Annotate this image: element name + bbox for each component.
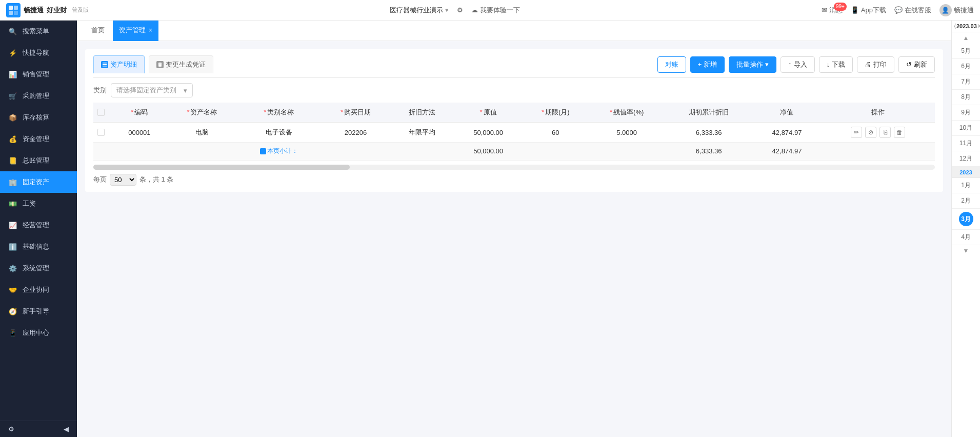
app-download-button[interactable]: 📱 App下载 <box>851 6 886 15</box>
category-filter-select[interactable]: 请选择固定资产类别 ▾ <box>111 83 193 97</box>
sidebar-item-funds[interactable]: 💰 资金管理 <box>0 128 77 150</box>
month-12[interactable]: 12月 <box>952 151 980 167</box>
user-avatar[interactable]: 👤 畅捷通 <box>939 4 974 16</box>
down-arrow-button[interactable]: ▼ <box>963 245 969 256</box>
sidebar-item-enterprise[interactable]: 🤝 企业协同 <box>0 279 77 301</box>
right-panel-close-icon[interactable]: ✕ <box>977 23 980 30</box>
cell-net-value: 42,874.97 <box>752 123 821 143</box>
sidebar-item-quicknav[interactable]: ⚡ 快捷导航 <box>0 42 77 64</box>
tab-close-icon[interactable]: × <box>149 27 152 34</box>
svg-rect-4 <box>103 63 107 64</box>
month-10[interactable]: 10月 <box>952 121 980 136</box>
sidebar-item-guide[interactable]: 🧭 新手引导 <box>0 301 77 322</box>
message-badge: 99+ <box>834 3 847 11</box>
import-button[interactable]: ↑ 导入 <box>781 56 815 73</box>
main-layout: 🔍 搜索菜单 ⚡ 快捷导航 📊 销售管理 🛒 采购管理 📦 库存核算 💰 <box>0 21 980 437</box>
sidebar-item-system[interactable]: ⚙️ 系统管理 <box>0 257 77 279</box>
new-label: + 新增 <box>698 60 717 69</box>
tab-home[interactable]: 首页 <box>85 21 111 41</box>
per-page-select[interactable]: 50 100 200 <box>110 174 136 186</box>
sidebar-item-search[interactable]: 🔍 搜索菜单 <box>0 21 77 42</box>
app-download-label: App下载 <box>861 6 886 15</box>
month-5[interactable]: 5月 <box>952 44 980 59</box>
sidebar-item-purchase[interactable]: 🛒 采购管理 <box>0 85 77 107</box>
new-button[interactable]: + 新增 <box>690 56 725 73</box>
tab-asset-management[interactable]: 资产管理 × <box>113 21 158 41</box>
month-6[interactable]: 6月 <box>952 59 980 74</box>
app-version: 普及版 <box>72 6 89 14</box>
scrap-button[interactable]: ⊘ <box>865 127 876 138</box>
cell-residual-rate: 5.0000 <box>589 123 665 143</box>
quicknav-icon: ⚡ <box>8 48 17 57</box>
subtotal-accumulated: 6,333.36 <box>665 143 753 161</box>
sidebar-item-basicinfo[interactable]: ℹ️ 基础信息 <box>0 236 77 257</box>
inventory-icon: 📦 <box>8 113 17 122</box>
sub-tab-asset-detail[interactable]: 资产明细 <box>93 55 145 73</box>
month-7[interactable]: 7月 <box>952 74 980 90</box>
svg-rect-1 <box>14 6 18 10</box>
select-arrow-icon: ▾ <box>184 87 187 94</box>
month-3-active[interactable]: 3月 <box>952 209 980 230</box>
col-accumulated: 期初累计折旧 <box>665 103 753 123</box>
col-depreciation-method: 折旧方法 <box>391 103 454 123</box>
month-2[interactable]: 2月 <box>952 193 980 209</box>
right-panel: ⟨ 2023.03 ✕ ▲ 5月 6月 7月 8月 9月 10月 11月 12月… <box>951 21 980 437</box>
collapse-sidebar-icon[interactable]: ◀ <box>64 425 69 433</box>
cell-actions: ✏ ⊘ ⎘ 🗑 <box>822 123 935 143</box>
svg-rect-6 <box>103 66 107 67</box>
online-service-button[interactable]: 💬 在线客服 <box>894 6 931 15</box>
sidebar-label-basicinfo: 基础信息 <box>23 242 49 251</box>
select-all-checkbox[interactable] <box>97 109 105 116</box>
sidebar-item-payroll[interactable]: 💵 工资 <box>0 193 77 214</box>
up-arrow-button[interactable]: ▲ <box>963 32 969 44</box>
company-selector[interactable]: 医疗器械行业演示 ▾ <box>390 6 449 15</box>
table-scrollbar[interactable] <box>93 165 935 170</box>
experience-button[interactable]: ☁ 我要体验一下 <box>471 6 520 15</box>
sidebar-label-fixed: 固定资产 <box>23 177 49 187</box>
copy-button[interactable]: ⎘ <box>879 127 891 138</box>
month-4[interactable]: 4月 <box>952 230 980 245</box>
topbar-right: ✉ 消息 99+ 📱 App下载 💬 在线客服 👤 畅捷通 <box>822 4 974 16</box>
sidebar-label-sales: 销售管理 <box>23 70 49 79</box>
subtotal-net-value: 42,874.97 <box>752 143 821 161</box>
message-button[interactable]: ✉ 消息 99+ <box>822 6 843 15</box>
sub-tab-change-voucher[interactable]: 变更生成凭证 <box>149 55 213 73</box>
col-purchase-date: *购买日期 <box>321 103 390 123</box>
sidebar-item-apps[interactable]: 📱 应用中心 <box>0 322 77 344</box>
sidebar-item-sales[interactable]: 📊 销售管理 <box>0 64 77 85</box>
service-icon: 💬 <box>894 6 903 14</box>
sidebar-item-operations[interactable]: 📈 经营管理 <box>0 214 77 236</box>
import-icon: ↑ <box>788 61 792 68</box>
calendar-months: ▲ 5月 6月 7月 8月 9月 10月 11月 12月 2023 1月 2月 … <box>952 32 980 437</box>
cell-name: 电脑 <box>167 123 237 143</box>
month-9[interactable]: 9月 <box>952 105 980 121</box>
sidebar-item-fixed[interactable]: 🏢 固定资产 <box>0 171 77 193</box>
refresh-button[interactable]: ↺ 刷新 <box>898 56 935 73</box>
month-1[interactable]: 1月 <box>952 178 980 193</box>
cell-purchase-date: 202206 <box>321 123 390 143</box>
print-button[interactable]: 🖨 打印 <box>857 56 894 73</box>
month-11[interactable]: 11月 <box>952 136 980 151</box>
svg-rect-9 <box>159 65 161 65</box>
settings-icon[interactable]: ⚙ <box>453 3 467 17</box>
row-checkbox[interactable] <box>97 129 105 136</box>
logo-icon <box>6 3 21 17</box>
batch-button[interactable]: 批量操作 ▾ <box>729 56 776 73</box>
edit-button[interactable]: ✏ <box>851 127 862 138</box>
sidebar-item-ledger[interactable]: 📒 总账管理 <box>0 150 77 171</box>
svg-rect-8 <box>159 64 161 64</box>
subtotal-row: 本页小计： 50,000.00 6,333.36 42,87 <box>93 143 935 161</box>
download-button[interactable]: ↓ 下载 <box>819 56 853 73</box>
toolbar-right: 对账 + 新增 批量操作 ▾ ↑ 导入 <box>657 56 935 73</box>
per-page-label: 每页 <box>93 175 107 184</box>
download-label: 下载 <box>832 60 845 69</box>
settings-gear-icon[interactable]: ⚙ <box>8 425 14 433</box>
sales-icon: 📊 <box>8 70 17 79</box>
apps-icon: 📱 <box>8 328 17 337</box>
content-area: 首页 资产管理 × <box>77 21 951 437</box>
sidebar-item-inventory[interactable]: 📦 库存核算 <box>0 107 77 128</box>
reconcile-button[interactable]: 对账 <box>657 56 686 73</box>
funds-icon: 💰 <box>8 134 17 144</box>
delete-button[interactable]: 🗑 <box>894 127 905 138</box>
month-8[interactable]: 8月 <box>952 90 980 105</box>
